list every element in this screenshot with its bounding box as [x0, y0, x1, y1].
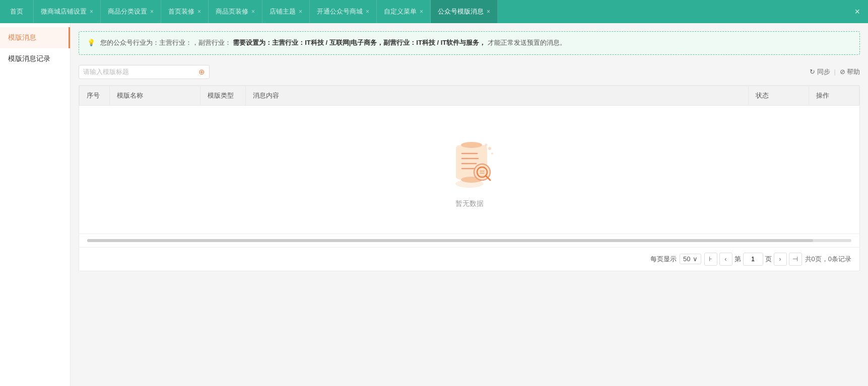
empty-text: 暂无数据	[455, 199, 484, 208]
table-col-4: 状态	[749, 86, 809, 105]
nav-tab-6[interactable]: 开通公众号商城×	[310, 0, 377, 23]
nav-tab-label: 店铺主题	[270, 7, 296, 16]
search-input-wrap[interactable]: ⊕	[79, 65, 210, 79]
scrollbar-area	[79, 234, 859, 247]
per-page-label: 每页显示	[650, 255, 677, 264]
page-nav: ⊦ ‹ 第 页 › ⊣	[704, 253, 802, 266]
help-icon: ⊘	[840, 68, 845, 75]
empty-illustration	[442, 136, 497, 191]
next-page-button[interactable]: ›	[774, 253, 787, 266]
toolbar-divider: |	[834, 68, 836, 75]
nav-tab-close[interactable]: ×	[420, 8, 423, 15]
nav-tab-label: 自定义菜单	[384, 7, 417, 16]
sidebar-item-1[interactable]: 模版消息记录	[0, 48, 70, 69]
global-close-button[interactable]: ×	[846, 7, 868, 17]
nav-tab-label: 公众号模版消息	[438, 7, 484, 16]
table-col-3: 消息内容	[246, 86, 749, 105]
help-label: 帮助	[847, 67, 860, 76]
nav-tab-2[interactable]: 商品分类设置×	[101, 0, 161, 23]
nav-tab-label: 首页装修	[168, 7, 194, 16]
nav-tab-7[interactable]: 自定义菜单×	[377, 0, 431, 23]
svg-point-13	[491, 152, 493, 155]
per-page-value: 50	[683, 255, 690, 263]
table-col-0: 序号	[80, 86, 110, 105]
notice-box: 💡 您的公众号行业为：主营行业：，副营行业： 需要设置为：主营行业：IT科技 /…	[79, 31, 860, 55]
sidebar: 模版消息模版消息记录	[0, 23, 71, 386]
main-layout: 模版消息模版消息记录 💡 您的公众号行业为：主营行业：，副营行业： 需要设置为：…	[0, 23, 868, 386]
nav-tab-close[interactable]: ×	[150, 8, 154, 15]
page-total: 共0页，0条记录	[805, 255, 851, 264]
nav-tab-0[interactable]: 首页	[0, 0, 34, 23]
page-input[interactable]	[743, 253, 763, 266]
lightbulb-icon: 💡	[87, 39, 95, 46]
data-table: 序号模版名称模版类型消息内容状态操作	[79, 86, 859, 234]
nav-tab-close[interactable]: ×	[366, 8, 369, 15]
svg-point-1	[461, 142, 482, 148]
content-area: 💡 您的公众号行业为：主营行业：，副营行业： 需要设置为：主营行业：IT科技 /…	[71, 23, 868, 386]
pagination: 每页显示 50 ∨ ⊦ ‹ 第 页 › ⊣ 共0页，0条记录	[79, 247, 859, 271]
nav-tab-5[interactable]: 店铺主题×	[262, 0, 310, 23]
notice-prefix: 您的公众号行业为：主营行业：，副营行业：	[100, 39, 231, 46]
svg-point-14	[485, 143, 487, 146]
table-col-1: 模版名称	[110, 86, 201, 105]
nav-tab-3[interactable]: 首页装修×	[161, 0, 209, 23]
nav-tab-close[interactable]: ×	[197, 8, 201, 15]
scrollbar-track[interactable]	[87, 239, 851, 242]
sync-label: 同步	[817, 67, 830, 76]
top-nav: 首页微商城店铺设置×商品分类设置×首页装修×商品页装修×店铺主题×开通公众号商城…	[0, 0, 868, 23]
nav-tab-label: 开通公众号商城	[317, 7, 363, 16]
nav-tab-close[interactable]: ×	[487, 8, 490, 15]
svg-point-12	[488, 147, 491, 150]
page-size-select: 每页显示 50 ∨	[650, 254, 701, 264]
first-page-button[interactable]: ⊦	[704, 253, 717, 266]
chevron-down-icon: ∨	[693, 255, 698, 263]
help-button[interactable]: ⊘ 帮助	[840, 67, 860, 76]
page-end-label: 页	[765, 255, 772, 264]
last-page-button[interactable]: ⊣	[789, 253, 802, 266]
nav-tab-8[interactable]: 公众号模版消息×	[431, 0, 498, 23]
nav-tab-close[interactable]: ×	[299, 8, 302, 15]
toolbar-right: ↻ 同步 | ⊘ 帮助	[810, 67, 860, 76]
sidebar-item-0[interactable]: 模版消息	[0, 27, 70, 48]
sync-icon: ↻	[810, 68, 815, 75]
nav-tab-label: 商品页装修	[216, 7, 248, 16]
scrollbar-thumb[interactable]	[87, 239, 813, 242]
table-wrap: 序号模版名称模版类型消息内容状态操作	[79, 85, 860, 271]
sync-button[interactable]: ↻ 同步	[810, 67, 830, 76]
nav-tab-label: 首页	[10, 7, 23, 16]
search-input[interactable]	[83, 68, 196, 75]
empty-state: 暂无数据	[80, 106, 859, 234]
nav-tab-close[interactable]: ×	[251, 8, 255, 15]
notice-highlight: 需要设置为：主营行业：IT科技 / 互联网|电子商务，副营行业：IT科技 / I…	[233, 39, 486, 46]
table-col-2: 模版类型	[201, 86, 246, 105]
nav-tab-4[interactable]: 商品页装修×	[209, 0, 262, 23]
per-page-select[interactable]: 50 ∨	[680, 254, 701, 264]
nav-tab-close[interactable]: ×	[90, 8, 93, 15]
nav-tab-1[interactable]: 微商城店铺设置×	[34, 0, 101, 23]
prev-page-button[interactable]: ‹	[719, 253, 732, 266]
search-icon[interactable]: ⊕	[198, 67, 205, 76]
notice-suffix: 才能正常发送预置的消息。	[488, 39, 566, 46]
nav-tab-label: 商品分类设置	[108, 7, 147, 16]
nav-tab-label: 微商城店铺设置	[41, 7, 87, 16]
search-bar: ⊕ ↻ 同步 | ⊘ 帮助	[79, 65, 860, 79]
table-col-5: 操作	[809, 86, 859, 105]
page-label: 第	[735, 255, 741, 264]
